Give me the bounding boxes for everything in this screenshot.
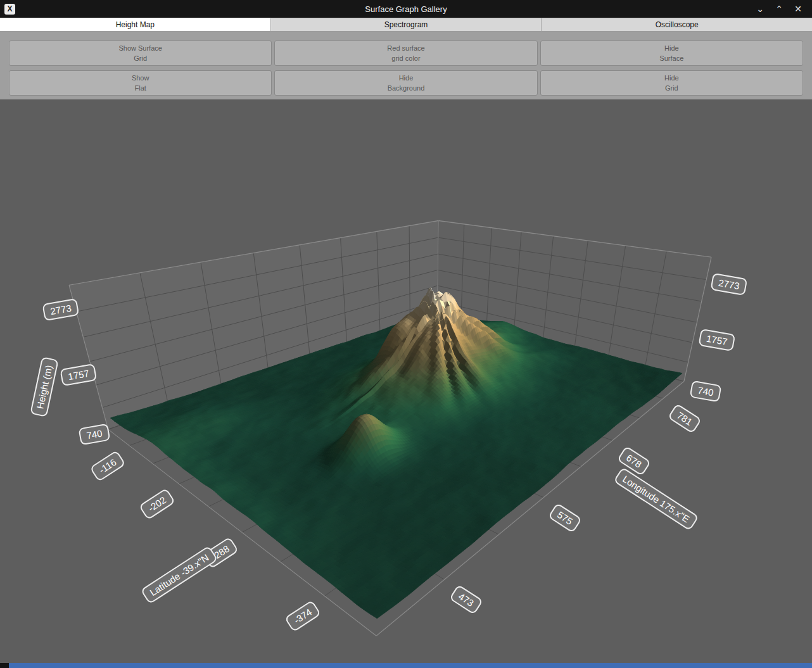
app-icon: X [4, 4, 15, 15]
maximize-button[interactable]: ⌃ [773, 0, 785, 18]
button-label-line: grid color [275, 53, 536, 63]
button-label-line: Hide [541, 43, 802, 53]
button-label-line: Hide [541, 73, 802, 83]
surface-plot[interactable]: 7401757277374017572773-116-202-288-37447… [0, 99, 812, 663]
button-label-line: Show Surface [10, 43, 271, 53]
close-button[interactable]: ✕ [792, 0, 804, 18]
button-label-line: Grid [10, 53, 271, 63]
tab-spectrogram[interactable]: Spectrogram [271, 18, 542, 31]
hide-surface-button[interactable]: Hide Surface [540, 41, 803, 66]
red-surface-grid-color-button[interactable]: Red surface grid color [274, 41, 537, 66]
button-label-line: Grid [541, 83, 802, 93]
tab-bar: Height Map Spectrogram Oscilloscope [0, 18, 812, 32]
surface-canvas[interactable] [0, 99, 812, 663]
tab-oscilloscope[interactable]: Oscilloscope [542, 18, 812, 31]
show-flat-button[interactable]: Show Flat [9, 70, 272, 96]
button-label-line: Hide [275, 73, 536, 83]
app-icon-glyph: X [7, 4, 12, 13]
button-label-line: Surface [541, 53, 802, 63]
window-title: Surface Graph Gallery [0, 4, 812, 14]
button-label-line: Red surface [275, 43, 536, 53]
toolbar: Show Surface Grid Red surface grid color… [0, 32, 812, 99]
taskbar-strip [0, 663, 812, 668]
tab-height-map[interactable]: Height Map [0, 18, 271, 31]
taskbar-left-cap [0, 663, 9, 668]
minimize-button[interactable]: ⌄ [754, 0, 766, 18]
button-label-line: Background [275, 83, 536, 93]
window-controls: ⌄ ⌃ ✕ [754, 0, 812, 18]
title-bar: X Surface Graph Gallery ⌄ ⌃ ✕ [0, 0, 812, 18]
app-window: X Surface Graph Gallery ⌄ ⌃ ✕ Height Map… [0, 0, 812, 668]
show-surface-grid-button[interactable]: Show Surface Grid [9, 41, 272, 66]
hide-grid-button[interactable]: Hide Grid [540, 70, 803, 96]
hide-background-button[interactable]: Hide Background [274, 70, 537, 96]
button-label-line: Show [10, 73, 271, 83]
button-label-line: Flat [10, 83, 271, 93]
